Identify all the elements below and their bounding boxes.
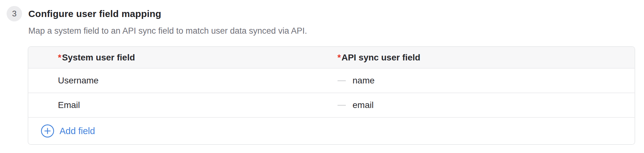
table-row: Email email — [28, 93, 635, 118]
system-field-value: Username — [58, 76, 99, 86]
step-number: 3 — [12, 9, 16, 19]
plus-circle-icon — [41, 124, 54, 138]
column-header-label: API sync user field — [342, 53, 421, 63]
field-connector-dash — [337, 80, 346, 81]
system-field-cell: Email — [28, 100, 308, 110]
field-mapping-table: *System user field *API sync user field … — [28, 46, 635, 145]
system-field-value: Email — [58, 100, 80, 110]
system-field-cell: Username — [28, 76, 308, 86]
add-field-label: Add field — [59, 126, 95, 136]
user-field-mapping-section: 3 Configure user field mapping Map a sys… — [0, 0, 644, 145]
step-number-badge: 3 — [7, 6, 22, 21]
table-row: Username name — [28, 69, 635, 93]
field-connector-dash — [337, 105, 346, 106]
section-title: Configure user field mapping — [28, 8, 161, 19]
column-header-api-sync-user-field: *API sync user field — [308, 53, 635, 63]
api-field-value: name — [353, 76, 375, 86]
step-header: 3 Configure user field mapping — [7, 6, 635, 21]
required-asterisk: * — [337, 53, 341, 63]
api-field-cell: email — [308, 100, 635, 110]
table-footer-row: Add field — [28, 118, 635, 144]
column-header-label: System user field — [62, 53, 135, 63]
api-field-value: email — [353, 100, 374, 110]
column-header-system-user-field: *System user field — [28, 53, 308, 63]
add-field-button[interactable]: Add field — [41, 124, 635, 138]
section-description: Map a system field to an API sync field … — [28, 26, 635, 36]
api-field-cell: name — [308, 76, 635, 86]
table-header-row: *System user field *API sync user field — [28, 47, 635, 69]
required-asterisk: * — [58, 53, 61, 63]
